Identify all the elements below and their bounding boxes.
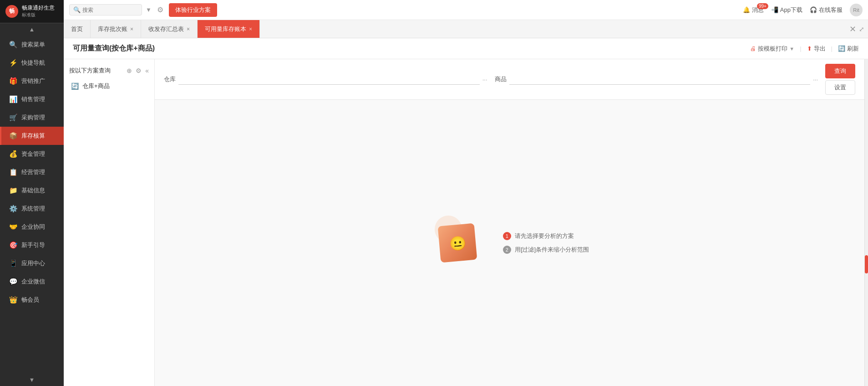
tab-batch-ledger[interactable]: 库存批次账 × xyxy=(91,20,141,38)
page-header-actions: 🖨 按模板打印 ▼ | ⬆ 导出 | 🔄 刷新 xyxy=(750,45,859,53)
scroll-up-btn[interactable]: ▲ xyxy=(0,23,64,36)
topbar-dropdown-icon[interactable]: ▼ xyxy=(146,6,152,13)
tabbar-close-all-btn[interactable]: ✕ xyxy=(849,24,856,34)
empty-box-icon: 😐 xyxy=(438,223,477,263)
crown-icon: 👑 xyxy=(9,296,18,304)
hint-1: 1 请先选择要分析的方案 xyxy=(503,232,589,240)
logo-icon: 畅 xyxy=(5,5,18,18)
topbar-search[interactable]: 🔍 xyxy=(69,4,142,15)
query-btn[interactable]: 查询 xyxy=(825,64,855,78)
sidebar-item-search[interactable]: 🔍 搜索菜单 xyxy=(0,36,64,54)
filter-row: 仓库 ··· 商品 ··· 查询 设置 xyxy=(155,59,864,100)
refresh-btn[interactable]: 🔄 刷新 xyxy=(838,45,859,53)
ops-icon: 📋 xyxy=(9,168,18,176)
sidebar-item-shortcut[interactable]: ⚡ 快捷导航 xyxy=(0,54,64,72)
sidebar-item-purchase[interactable]: 🛒 采购管理 xyxy=(0,108,64,127)
tab-recv-summary[interactable]: 收发存汇总表 × xyxy=(141,20,198,38)
sidebar-item-basic[interactable]: 📁 基础信息 xyxy=(0,181,64,200)
topbar-right: 🔔 消息 99+ 📲 App下载 🎧 在线客服 Rit xyxy=(743,4,863,16)
app-download-btn[interactable]: 📲 App下载 xyxy=(771,6,802,14)
headset-icon: 🎧 xyxy=(810,6,817,13)
print-dropdown-icon[interactable]: ▼ xyxy=(789,46,794,51)
empty-state: 😐 1 请先选择要分析的方案 2 用[过滤]条件来缩小分析范围 xyxy=(155,100,864,386)
hint-2-number: 2 xyxy=(503,246,511,254)
sidebar-item-system[interactable]: ⚙️ 系统管理 xyxy=(0,200,64,218)
sidebar-item-finance[interactable]: 💰 资金管理 xyxy=(0,145,64,163)
user-avatar[interactable]: Rit xyxy=(850,4,863,16)
sidebar-item-inventory[interactable]: 📦 库存核算 xyxy=(0,127,64,145)
target-icon: 🎯 xyxy=(9,241,18,249)
export-btn[interactable]: ⬆ 导出 xyxy=(807,45,826,53)
gear-icon: ⚙️ xyxy=(9,205,18,213)
gift-icon: 🎁 xyxy=(9,77,18,85)
logo-text: 畅康通好生意 标准版 xyxy=(22,5,55,18)
bell-icon: 🔔 xyxy=(743,6,750,13)
search-icon: 🔍 xyxy=(73,6,81,13)
filter-header-actions: ⊕ ⚙ « xyxy=(127,67,149,74)
warehouse-more-btn[interactable]: ··· xyxy=(482,76,487,83)
message-btn[interactable]: 🔔 消息 99+ xyxy=(743,6,764,14)
sidebar-item-collab[interactable]: 🤝 企业协同 xyxy=(0,218,64,236)
filter-header: 按以下方案查询 ⊕ ⚙ « xyxy=(64,65,154,78)
topbar-gear-icon[interactable]: ⚙ xyxy=(155,4,165,16)
search-nav-icon: 🔍 xyxy=(9,41,18,49)
tabbar-actions: ✕ ⤢ xyxy=(846,20,868,38)
content: 按以下方案查询 ⊕ ⚙ « 🔄 仓库+商品 仓库 ··· xyxy=(64,59,868,386)
sidebar-item-corpwechat[interactable]: 💬 企业微信 xyxy=(0,273,64,291)
right-scrollbar[interactable] xyxy=(864,59,868,386)
scheme-icon: 🔄 xyxy=(71,82,79,90)
tab-close-available[interactable]: × xyxy=(249,26,252,32)
sidebar-item-marketing[interactable]: 🎁 营销推广 xyxy=(0,72,64,90)
settings-btn[interactable]: 设置 xyxy=(825,80,855,95)
filter-scheme-item[interactable]: 🔄 仓库+商品 xyxy=(64,78,154,94)
print-icon: 🖨 xyxy=(750,45,756,52)
topbar: 🔍 ▼ ⚙ 体验行业方案 🔔 消息 99+ 📲 App下载 🎧 在线客服 Rit xyxy=(64,0,868,20)
product-filter: 商品 ··· xyxy=(495,74,818,85)
sidebar-item-appcenter[interactable]: 📱 应用中心 xyxy=(0,254,64,273)
page-title: 可用量查询(按仓库+商品) xyxy=(73,44,155,53)
sidebar-item-member[interactable]: 👑 畅会员 xyxy=(0,291,64,309)
chat-icon: 💬 xyxy=(9,278,18,286)
main-content: 仓库 ··· 商品 ··· 查询 设置 xyxy=(155,59,864,386)
tab-close-recv[interactable]: × xyxy=(187,26,190,32)
filter-collapse-icon[interactable]: « xyxy=(145,67,149,74)
trial-btn[interactable]: 体验行业方案 xyxy=(169,3,217,17)
message-badge: 99+ xyxy=(757,3,768,9)
cart-icon: 🛒 xyxy=(9,113,18,122)
folder-icon: 📁 xyxy=(9,186,18,195)
empty-illustration: 😐 xyxy=(430,216,485,270)
scrollbar-thumb[interactable] xyxy=(865,255,868,273)
sidebar: 畅 畅康通好生意 标准版 ▲ 🔍 搜索菜单 ⚡ 快捷导航 🎁 营销推广 📊 销售… xyxy=(0,0,64,386)
tabbar: 首页 库存批次账 × 收发存汇总表 × 可用量库存账本 × ✕ ⤢ xyxy=(64,20,868,38)
online-service-btn[interactable]: 🎧 在线客服 xyxy=(810,6,843,14)
tab-available-ledger[interactable]: 可用量库存账本 × xyxy=(198,20,260,38)
shortcut-icon: ⚡ xyxy=(9,59,18,67)
box-icon: 📦 xyxy=(9,132,18,140)
empty-hints: 1 请先选择要分析的方案 2 用[过滤]条件来缩小分析范围 xyxy=(503,232,589,254)
chart-icon: 📊 xyxy=(9,95,18,103)
filter-add-icon[interactable]: ⊕ xyxy=(127,67,132,74)
product-more-btn[interactable]: ··· xyxy=(813,76,818,83)
sidebar-logo: 畅 畅康通好生意 标准版 xyxy=(0,0,64,23)
hint-2: 2 用[过滤]条件来缩小分析范围 xyxy=(503,246,589,254)
page-header: 可用量查询(按仓库+商品) 🖨 按模板打印 ▼ | ⬆ 导出 | 🔄 刷新 xyxy=(64,38,868,59)
phone-icon: 📱 xyxy=(9,259,18,268)
warehouse-filter: 仓库 ··· xyxy=(164,74,487,85)
tab-home[interactable]: 首页 xyxy=(64,20,91,38)
export-icon: ⬆ xyxy=(807,45,812,52)
search-input[interactable] xyxy=(82,7,138,13)
scroll-down-btn[interactable]: ▼ xyxy=(0,374,64,386)
tab-spacer xyxy=(260,20,846,38)
tabbar-expand-btn[interactable]: ⤢ xyxy=(859,26,864,33)
product-input[interactable] xyxy=(509,74,811,85)
warehouse-input[interactable] xyxy=(178,74,480,85)
filter-settings-icon[interactable]: ⚙ xyxy=(136,67,142,74)
sidebar-item-sales[interactable]: 📊 销售管理 xyxy=(0,90,64,108)
print-btn[interactable]: 🖨 按模板打印 ▼ xyxy=(750,45,794,53)
handshake-icon: 🤝 xyxy=(9,223,18,231)
refresh-icon: 🔄 xyxy=(838,45,845,52)
sidebar-item-ops[interactable]: 📋 经营管理 xyxy=(0,163,64,181)
sidebar-item-newbie[interactable]: 🎯 新手引导 xyxy=(0,236,64,254)
tab-close-batch[interactable]: × xyxy=(130,26,133,32)
money-icon: 💰 xyxy=(9,150,18,158)
